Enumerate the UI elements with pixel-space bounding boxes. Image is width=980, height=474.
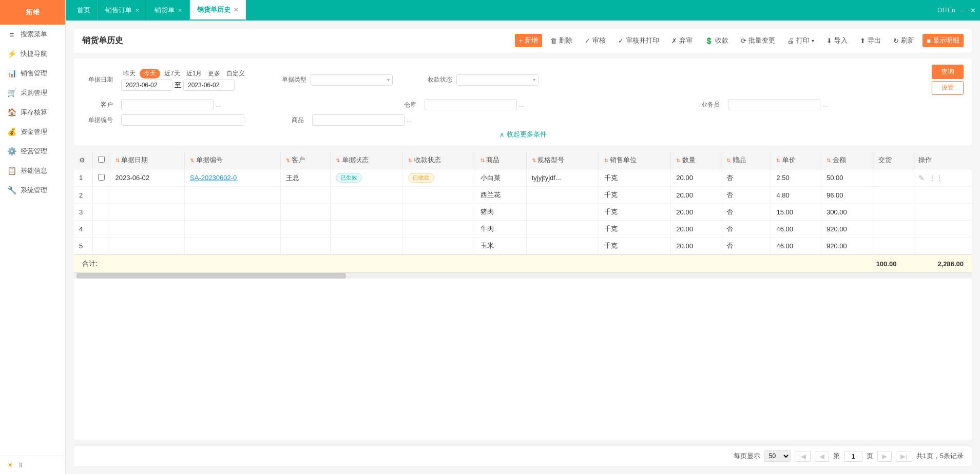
shortcut-yesterday[interactable]: 昨天 xyxy=(121,69,138,78)
row-payment-status: 已收款 xyxy=(403,169,475,187)
show-detail-button[interactable]: ■ 显示明细 xyxy=(923,34,964,47)
shortcut-custom[interactable]: 自定义 xyxy=(224,69,247,78)
sidebar-item-quick-nav[interactable]: ⚡ 快捷导航 xyxy=(0,44,65,64)
tab-sales-history[interactable]: 销货单历史 ✕ xyxy=(190,0,246,21)
quick-nav-icon: ⚡ xyxy=(7,49,16,58)
audit-print-button[interactable]: ✓ 审核并打印 xyxy=(614,34,663,47)
shortcut-7days[interactable]: 近7天 xyxy=(162,69,182,78)
row-doc-number xyxy=(185,204,281,221)
customer-sort-icon: ⇅ xyxy=(286,157,290,163)
goods-input[interactable] xyxy=(312,114,405,126)
sidebar-item-purchase-mgmt[interactable]: 🛒 采购管理 xyxy=(0,83,65,103)
col-doc-status[interactable]: ⇅ 单据状态 xyxy=(331,151,403,169)
warehouse-input[interactable] xyxy=(425,99,517,110)
summary-values: 100.00 2,286.00 xyxy=(527,260,964,268)
abandon-button[interactable]: ✗ 弃审 xyxy=(667,34,697,47)
doc-type-select-wrapper xyxy=(311,74,393,86)
col-unit-price[interactable]: ⇅ 单价 xyxy=(771,151,821,169)
sidebar-item-inventory[interactable]: 🏠 库存核算 xyxy=(0,103,65,122)
tab-close-sales-goods[interactable]: ✕ xyxy=(178,7,182,14)
col-customer[interactable]: ⇅ 客户 xyxy=(280,151,331,169)
tab-sales-order[interactable]: 销售订单 ✕ xyxy=(98,0,147,21)
refresh-button[interactable]: ↻ 刷新 xyxy=(889,34,918,47)
page-last-button[interactable]: ▶| xyxy=(896,451,912,462)
query-button[interactable]: 查询 xyxy=(932,65,964,79)
salesperson-input[interactable] xyxy=(728,99,820,110)
collect-button[interactable]: 💲 收款 xyxy=(701,34,733,47)
more-icon[interactable]: ⋮⋮ xyxy=(929,174,943,182)
tab-close-sales-order[interactable]: ✕ xyxy=(135,7,140,14)
row-select[interactable] xyxy=(98,174,105,181)
export-button[interactable]: ⬆ 导出 xyxy=(856,34,885,47)
col-spec[interactable]: ⇅ 规格型号 xyxy=(526,151,599,169)
print-button[interactable]: 🖨 打印 ▾ xyxy=(783,34,818,47)
col-doc-number[interactable]: ⇅ 单据编号 xyxy=(185,151,281,169)
window-minimize[interactable]: — xyxy=(959,7,966,14)
tab-close-sales-history[interactable]: ✕ xyxy=(234,7,238,13)
batch-change-button[interactable]: ⟳ 批量变更 xyxy=(737,34,779,47)
sidebar-item-search-menu[interactable]: ≡ 搜索菜单 xyxy=(0,25,65,44)
col-doc-date[interactable]: ⇅ 单据日期 xyxy=(110,151,185,169)
horizontal-scrollbar[interactable] xyxy=(74,272,972,279)
set-button[interactable]: 设置 xyxy=(932,81,964,95)
window-close[interactable]: ✕ xyxy=(970,7,976,14)
import-button[interactable]: ⬇ 导入 xyxy=(822,34,852,47)
col-checkbox xyxy=(92,151,110,169)
import-icon: ⬇ xyxy=(827,37,832,45)
doc-type-select[interactable] xyxy=(311,74,393,86)
select-all-checkbox[interactable] xyxy=(98,156,105,163)
salesperson-dots[interactable]: ... xyxy=(822,101,828,108)
col-amount[interactable]: ⇅ 金额 xyxy=(821,151,873,169)
sidebar-item-sales-mgmt[interactable]: 📊 销售管理 xyxy=(0,64,65,83)
page-first-button[interactable]: |◀ xyxy=(795,451,811,462)
col-gift[interactable]: ⇅ 赠品 xyxy=(721,151,771,169)
sidebar-item-label: 采购管理 xyxy=(21,88,47,97)
customer-input[interactable] xyxy=(121,99,214,110)
page-number-input[interactable] xyxy=(844,451,862,462)
sidebar-item-label: 系统管理 xyxy=(21,186,47,195)
col-goods[interactable]: ⇅ 商品 xyxy=(475,151,526,169)
shortcut-today[interactable]: 今天 xyxy=(140,69,160,78)
date-from-input[interactable] xyxy=(121,80,172,91)
shortcut-more[interactable]: 更多 xyxy=(206,69,222,78)
col-qty[interactable]: ⇅ 数量 xyxy=(671,151,721,169)
collapse-button[interactable]: ∧ 收起更多条件 xyxy=(82,130,964,139)
doc-date-sort-icon: ⇅ xyxy=(116,157,120,163)
row-num: 1 xyxy=(74,169,92,187)
sidebar-item-operation-mgmt[interactable]: ⚙️ 经营管理 xyxy=(0,142,65,161)
col-settings[interactable]: ⚙ xyxy=(74,151,92,169)
row-doc-number: SA-20230602-0 xyxy=(185,169,281,187)
doc-number-link[interactable]: SA-20230602-0 xyxy=(190,174,237,182)
bottom-icon1[interactable]: ☀ xyxy=(7,461,13,469)
page-next-button[interactable]: ▶ xyxy=(877,451,892,462)
per-page-select[interactable]: 50 100 200 xyxy=(764,450,791,462)
bottom-icon2[interactable]: ⏸ xyxy=(17,461,24,469)
col-unit[interactable]: ⇅ 销售单位 xyxy=(599,151,671,169)
new-button[interactable]: + 新增 xyxy=(515,34,543,47)
date-to-input[interactable] xyxy=(183,80,235,91)
goods-dots[interactable]: ... xyxy=(407,116,412,124)
doc-number-input[interactable] xyxy=(121,114,244,126)
row-checkbox xyxy=(92,169,110,187)
audit-button[interactable]: ✓ 审核 xyxy=(581,34,610,47)
sidebar-item-system-mgmt[interactable]: 🔧 系统管理 xyxy=(0,181,65,200)
sidebar-item-finance-mgmt[interactable]: 💰 资金管理 xyxy=(0,122,65,142)
qty-sort-icon: ⇅ xyxy=(676,157,680,163)
row-payment-status xyxy=(403,204,475,221)
edit-icon[interactable]: ✎ xyxy=(918,174,925,182)
col-payment-status[interactable]: ⇅ 收款状态 xyxy=(403,151,475,169)
row-payment-status xyxy=(403,238,475,254)
shortcut-1month[interactable]: 近1月 xyxy=(184,69,204,78)
payment-status-select[interactable] xyxy=(456,74,539,86)
tab-home[interactable]: 首页 xyxy=(70,0,98,21)
sidebar-logo: 拓维 xyxy=(0,0,65,25)
page-prev-button[interactable]: ◀ xyxy=(815,451,829,462)
page-label: 第 xyxy=(833,451,840,461)
sidebar-item-base-info[interactable]: 📋 基础信息 xyxy=(0,161,65,181)
tab-sales-goods[interactable]: 销货单 ✕ xyxy=(147,0,190,21)
warehouse-dots[interactable]: ... xyxy=(519,101,524,108)
sales-mgmt-icon: 📊 xyxy=(7,69,16,78)
customer-dots[interactable]: ... xyxy=(216,101,221,108)
row-amount: 920.00 xyxy=(821,238,873,254)
delete-button[interactable]: 🗑 删除 xyxy=(546,34,577,47)
